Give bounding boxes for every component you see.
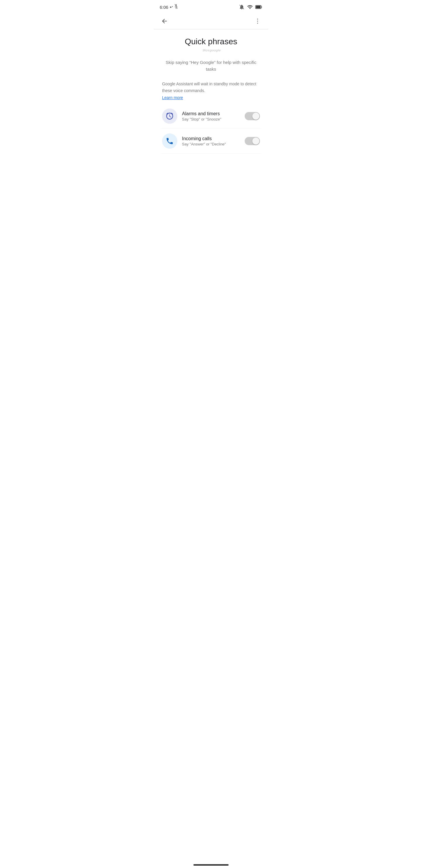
alarms-timers-title: Alarms and timers: [182, 111, 240, 116]
phone-icon: [166, 137, 174, 145]
alarms-timers-item: Alarms and timers Say "Stop" or "Snooze": [161, 104, 261, 129]
main-content: Quick phrases ⁹ˡᵒˢᵍᵒᵒᵍˡᵉ Skip saying “He…: [154, 29, 268, 154]
bell-muted-icon: [239, 4, 245, 10]
wifi-icon: [247, 4, 253, 10]
svg-point-10: [257, 23, 258, 24]
alarms-timers-toggle[interactable]: [245, 112, 260, 120]
alarm-icon: [166, 112, 174, 120]
back-button[interactable]: [159, 15, 170, 27]
top-nav: [154, 13, 268, 29]
incoming-calls-icon-container: [162, 133, 177, 149]
settings-list: Alarms and timers Say "Stop" or "Snooze"…: [161, 104, 261, 154]
mic-status-icon: [175, 4, 177, 10]
page-subtitle-watermark: ⁹ˡᵒˢᵍᵒᵒᵍˡᵉ: [161, 48, 261, 55]
svg-point-9: [257, 21, 258, 22]
learn-more-link[interactable]: Learn more: [162, 95, 183, 100]
info-text: Google Assistant will wait in standby mo…: [162, 81, 260, 94]
battery-icon: [255, 5, 262, 9]
alarms-timers-icon-container: [162, 108, 177, 124]
info-section: Google Assistant will wait in standby mo…: [161, 81, 261, 100]
incoming-calls-subtitle: Say "Answer" or "Decline": [182, 142, 240, 146]
incoming-calls-text: Incoming calls Say "Answer" or "Decline": [182, 136, 240, 146]
svg-rect-7: [256, 6, 261, 8]
svg-point-8: [257, 19, 258, 19]
status-bar-left: 6:06: [160, 4, 177, 10]
incoming-calls-title: Incoming calls: [182, 136, 240, 141]
incoming-calls-item: Incoming calls Say "Answer" or "Decline": [161, 129, 261, 154]
more-options-button[interactable]: [252, 15, 263, 27]
incoming-calls-toggle[interactable]: [245, 137, 260, 145]
alarms-timers-subtitle: Say "Stop" or "Snooze": [182, 117, 240, 121]
status-bar-right: [239, 4, 262, 10]
google-assistant-icon: [170, 6, 173, 8]
page-title: Quick phrases: [161, 36, 261, 47]
page-description: Skip saying “Hey Google” for help with s…: [161, 59, 261, 72]
alarms-timers-text: Alarms and timers Say "Stop" or "Snooze": [182, 111, 240, 121]
status-bar: 6:06: [154, 0, 268, 13]
status-time: 6:06: [160, 5, 168, 10]
